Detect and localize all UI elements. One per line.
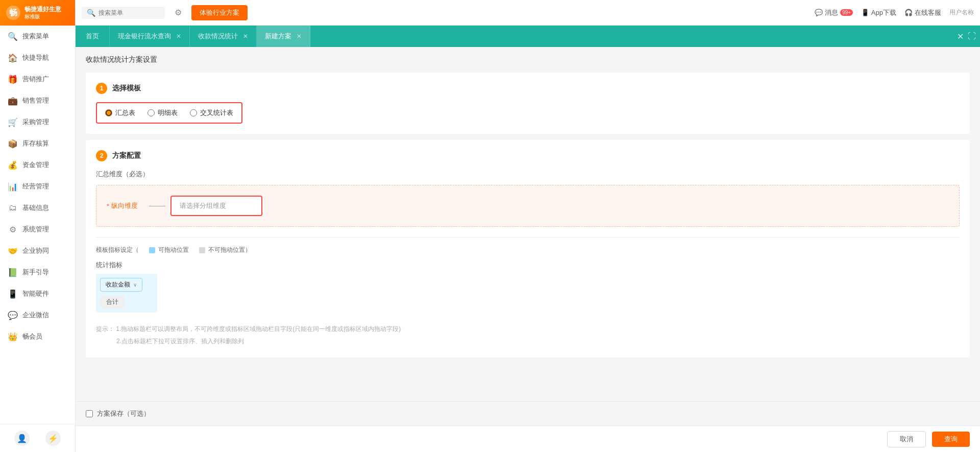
sidebar-item-label: 企业微信 bbox=[22, 311, 49, 320]
tips-section: 提示： 1.拖动标题栏可以调整布局，不可跨维度或指标区域拖动栏目字段(只能在同一… bbox=[96, 323, 960, 347]
indicator-subtag: 合计 bbox=[100, 296, 125, 308]
content-area: 收款情况统计方案设置 1 选择模板 汇总表 明细表 bbox=[76, 47, 980, 452]
template-option-cross[interactable]: 交叉统计表 bbox=[190, 108, 233, 117]
dimension-select[interactable]: 请选择分组维度 bbox=[170, 196, 262, 216]
username-display: 用户名称 bbox=[949, 8, 974, 17]
sidebar-item-system[interactable]: ⚙ 系统管理 bbox=[0, 219, 75, 240]
download-icon: 📱 bbox=[861, 9, 869, 16]
query-button[interactable]: 查询 bbox=[932, 432, 970, 447]
chat-icon: 💬 bbox=[8, 311, 17, 320]
tab-cashflow[interactable]: 现金银行流水查询 ✕ bbox=[110, 26, 190, 47]
topbar-search-box[interactable]: 🔍 bbox=[82, 7, 165, 19]
sidebar-item-label: 经营管理 bbox=[22, 182, 49, 191]
tab-close-all-button[interactable]: ✕ bbox=[957, 32, 964, 41]
save-checkbox[interactable] bbox=[86, 410, 93, 417]
sidebar-item-quick-nav[interactable]: 🏠 快捷导航 bbox=[0, 47, 75, 68]
save-section: 方案保存（可选） bbox=[76, 401, 980, 425]
tab-expand-button[interactable]: ⛶ bbox=[968, 32, 976, 41]
tabs-bar: 首页 现金银行流水查询 ✕ 收款情况统计 ✕ 新建方案 ✕ ✕ ⛶ bbox=[76, 26, 980, 47]
tab-new-plan-close[interactable]: ✕ bbox=[297, 33, 302, 40]
tab-new-plan[interactable]: 新建方案 ✕ bbox=[257, 26, 310, 47]
sidebar-item-guide[interactable]: 📗 新手引导 bbox=[0, 261, 75, 283]
sidebar-item-label: 库存核算 bbox=[22, 139, 49, 148]
indicator-tag-label: 收款金额 bbox=[106, 280, 130, 289]
tag-arrow-icon: ∨ bbox=[133, 282, 137, 288]
sidebar-item-finance[interactable]: 💰 资金管理 bbox=[0, 154, 75, 176]
sidebar: 畅 畅捷通好生意 标准版 🔍 搜索菜单 🏠 快捷导航 🎁 营销推广 💼 销售管理… bbox=[0, 0, 76, 452]
legend-non-draggable-label: 不可拖动位置） bbox=[208, 246, 251, 254]
service-icon: 🎧 bbox=[904, 9, 913, 16]
legend-draggable-label: 可拖动位置 bbox=[158, 246, 189, 254]
sidebar-item-label: 销售管理 bbox=[22, 96, 49, 105]
sidebar-item-enterprise-wechat[interactable]: 💬 企业微信 bbox=[0, 304, 75, 326]
sidebar-item-label: 畅会员 bbox=[22, 332, 42, 341]
step1-card: 1 选择模板 汇总表 明细表 交叉统计表 bbox=[86, 73, 970, 134]
message-button[interactable]: 💬 消息 99+ bbox=[815, 8, 853, 17]
radio-detail-label: 明细表 bbox=[158, 108, 178, 117]
dimension-label: 汇总维度（必选） bbox=[96, 170, 960, 179]
dimension-config: 汇总维度（必选） * 纵向维度 —— 请选择分组维度 bbox=[96, 170, 960, 227]
sidebar-bottom: 👤 ⚡ bbox=[0, 424, 75, 452]
money-icon: 💰 bbox=[8, 160, 17, 170]
industry-solution-button[interactable]: 体验行业方案 bbox=[191, 5, 248, 20]
step2-header: 2 方案配置 bbox=[96, 150, 960, 161]
radio-detail[interactable] bbox=[148, 109, 155, 116]
sidebar-item-sales[interactable]: 💼 销售管理 bbox=[0, 90, 75, 111]
template-option-summary[interactable]: 汇总表 bbox=[105, 108, 135, 117]
sidebar-item-label: 新手引导 bbox=[22, 268, 49, 277]
topbar-search-input[interactable] bbox=[99, 9, 160, 16]
step1-number: 1 bbox=[96, 83, 107, 94]
cancel-button[interactable]: 取消 bbox=[887, 431, 926, 447]
tabs-bar-controls: ✕ ⛶ bbox=[957, 26, 980, 47]
radio-cross[interactable] bbox=[190, 109, 197, 116]
dimension-placeholder: 请选择分组维度 bbox=[180, 201, 226, 210]
sidebar-item-marketing[interactable]: 🎁 营销推广 bbox=[0, 68, 75, 90]
dimension-area: * 纵向维度 —— 请选择分组维度 bbox=[96, 185, 960, 227]
radio-summary[interactable] bbox=[105, 109, 112, 116]
sidebar-item-smart-hw[interactable]: 📱 智能硬件 bbox=[0, 283, 75, 304]
cart-icon: 🛒 bbox=[8, 117, 17, 127]
message-icon: 💬 bbox=[815, 9, 823, 16]
step1-title: 选择模板 bbox=[112, 84, 141, 93]
tab-new-plan-label: 新建方案 bbox=[265, 32, 291, 41]
sidebar-item-inventory[interactable]: 📦 库存核算 bbox=[0, 133, 75, 154]
sidebar-item-label: 智能硬件 bbox=[22, 289, 49, 298]
sidebar-item-label: 搜索菜单 bbox=[22, 32, 49, 41]
legend-non-draggable-item: 不可拖动位置） bbox=[199, 246, 251, 254]
service-button[interactable]: 🎧 在线客服 bbox=[904, 8, 941, 17]
sidebar-item-label: 快捷导航 bbox=[22, 53, 49, 62]
message-label: 消息 bbox=[825, 8, 838, 17]
indicator-tag[interactable]: 收款金额 ∨ bbox=[100, 278, 142, 292]
page-title: 收款情况统计方案设置 bbox=[86, 55, 970, 64]
step2-number: 2 bbox=[96, 150, 107, 161]
sidebar-item-label: 采购管理 bbox=[22, 117, 49, 127]
topbar-search-icon: 🔍 bbox=[87, 9, 95, 17]
tab-collection-close[interactable]: ✕ bbox=[243, 33, 248, 40]
sidebar-item-operations[interactable]: 📊 经营管理 bbox=[0, 176, 75, 197]
topbar-gear-button[interactable]: ⚙ bbox=[170, 5, 186, 21]
message-badge: 99+ bbox=[840, 9, 853, 16]
sidebar-item-enterprise-coop[interactable]: 🤝 企业协同 bbox=[0, 240, 75, 261]
save-label[interactable]: 方案保存（可选） bbox=[97, 409, 150, 418]
tab-home[interactable]: 首页 bbox=[76, 26, 110, 47]
template-option-detail[interactable]: 明细表 bbox=[148, 108, 178, 117]
sidebar-item-search[interactable]: 🔍 搜索菜单 bbox=[0, 26, 75, 47]
tip-2: 2.点击标题栏下拉可设置排序、插入列和删除列 bbox=[116, 335, 244, 347]
sidebar-bottom-icon-1[interactable]: 👤 bbox=[14, 431, 30, 446]
crown-icon: 👑 bbox=[8, 332, 17, 341]
step1-header: 1 选择模板 bbox=[96, 83, 960, 94]
sidebar-item-base-info[interactable]: 🗂 基础信息 bbox=[0, 197, 75, 219]
sidebar-item-label: 基础信息 bbox=[22, 203, 49, 212]
stat-indicator-label: 统计指标 bbox=[96, 260, 960, 270]
tab-cashflow-close[interactable]: ✕ bbox=[176, 33, 181, 40]
arrow-icon: —— bbox=[149, 201, 165, 210]
indicators-section: 模板指标设定（ 可拖动位置 不可拖动位置） 统计指标 收款金额 bbox=[96, 246, 960, 313]
download-label: App下载 bbox=[871, 8, 896, 17]
tip-1: 提示： 1.拖动标题栏可以调整布局，不可跨维度或指标区域拖动栏目字段(只能在同一… bbox=[96, 323, 401, 335]
download-button[interactable]: 📱 App下载 bbox=[861, 8, 896, 17]
sidebar-item-purchase[interactable]: 🛒 采购管理 bbox=[0, 111, 75, 133]
tab-collection-stat[interactable]: 收款情况统计 ✕ bbox=[190, 26, 257, 47]
sidebar-bottom-icon-2[interactable]: ⚡ bbox=[45, 431, 61, 446]
sidebar-item-label: 系统管理 bbox=[22, 225, 49, 234]
sidebar-item-member[interactable]: 👑 畅会员 bbox=[0, 326, 75, 347]
